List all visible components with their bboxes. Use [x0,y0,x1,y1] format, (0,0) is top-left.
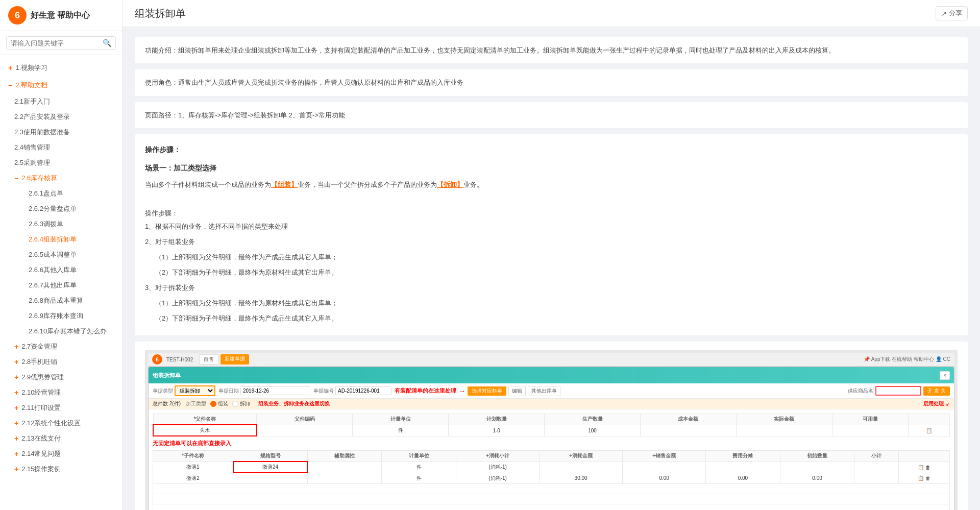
sidebar-item-265[interactable]: 2.6.5成本调整单 [29,247,122,262]
sidebar-item-261[interactable]: 2.6.1盘点单 [29,186,122,201]
radio-assemble-dot [210,401,216,407]
sidebar-item-266[interactable]: 2.6.6其他入库单 [29,262,122,278]
content-area: 功能介绍：组装拆卸单用来处理企业组装或拆卸等加工业务，支持有固定装配清单的产品加… [122,27,980,510]
sidebar-label-266: 2.6.6其他入库单 [29,265,77,275]
sidebar-label-27: 2.7资金管理 [21,342,57,351]
mock-win-close-btn[interactable]: × [940,371,950,380]
sidebar-item-263[interactable]: 2.6.3调拨单 [29,216,122,232]
share-label: 分享 [949,9,962,18]
cell-init-1 [780,462,854,473]
col-prod-qty: 生产数量 [545,414,641,425]
cell-consumeamt-1 [540,462,623,473]
edit-btn[interactable]: 编辑 [508,386,526,396]
mock-tab-new[interactable]: 新建单据 [220,354,249,365]
sidebar-item-docs[interactable]: − 2.帮助文档 [0,77,122,94]
cell-aux-2 [307,473,382,483]
mock-tab-self[interactable]: 自售 [199,354,218,365]
type-selector-area: 单据类型 组装拆卸 [153,385,215,396]
sidebar-label-23: 2.3使用前数据准备 [14,128,70,137]
select-recipe-btn[interactable]: 选择对应料单 [468,386,506,396]
sidebar-item-27[interactable]: + 2.7资金管理 [14,339,122,354]
search-icon[interactable]: 🔍 [103,39,111,47]
step2a: （1）上部明细为父件明细，最终作为产成品生成其它入库单； [145,251,958,264]
sidebar-item-23[interactable]: 2.3使用前数据准备 [14,125,122,140]
sidebar-label-212: 2.12系统个性化设置 [21,419,81,428]
sidebar-item-28[interactable]: + 2.8手机旺铺 [14,354,122,370]
supplier-input[interactable] [875,386,921,396]
cell-sunit-2: 件 [382,473,456,483]
sidebar-label-264: 2.6.4组装拆卸单 [29,235,77,244]
num-input[interactable] [335,386,391,395]
search-box: 🔍 [6,36,116,50]
cell-consumeamt-2: 30.00 [540,473,623,483]
sidebar-item-267[interactable]: 2.6.7其他出库单 [29,278,122,293]
share-button[interactable]: ↗ 分享 [936,6,968,20]
cell-spec-1[interactable]: 微薄24 [233,462,308,473]
main-area: 组装拆卸单 ↗ 分享 功能介绍：组装拆卸单用来处理企业组装或拆卸等加工业务，支持… [122,0,980,510]
cell-consume-2: (消耗-1) [456,473,540,483]
cell-fee-1 [706,462,780,473]
cell-init-2: 0.00 [780,473,854,483]
supplier-label: 供应商品名 [848,387,873,395]
col-parent-code: 父件编码 [257,414,353,425]
sidebar-item-213[interactable]: + 2.13在线支付 [14,431,122,446]
date-field: 单据日期 [218,386,310,395]
search-area: 🔍 [0,31,122,55]
link-disassemble[interactable]: 【拆卸】 [437,181,463,188]
cell-sname-2[interactable]: 微薄2 [153,473,233,483]
info-text-3: 页面路径：1、库存核算->库存管理->组装拆卸单 2、首页->常用功能 [145,111,345,119]
plus-icon-27: + [14,343,18,351]
radio-assemble-label: 组装 [218,400,228,407]
link-assemble[interactable]: 【组装】 [271,181,298,188]
sidebar-item-29[interactable]: + 2.9优惠券管理 [14,370,122,385]
cell-sname-1[interactable]: 微薄1 [153,462,233,473]
radio-assemble[interactable]: 组装 [210,400,228,407]
sidebar-item-268[interactable]: 2.6.8商品成本重算 [29,293,122,308]
sidebar-item-210[interactable]: + 2.10经营管理 [14,385,122,400]
info-text-1: 功能介绍：组装拆卸单用来处理企业组装或拆卸等加工业务，支持有固定装配清单的产品加… [145,46,835,54]
cell-prodqty: 100 [545,425,641,436]
cell-pname[interactable]: 关水 [153,425,257,436]
cell-salesamt-1 [623,462,706,473]
cell-act-1: 📋 🗑 [898,462,949,473]
cell-costamt [641,425,737,436]
sidebar-item-214[interactable]: + 2.14常见问题 [14,446,122,462]
date-input[interactable] [240,386,310,395]
sidebar-label-26: 2.6库存核算 [21,174,57,183]
radio-disassemble-label: 拆卸 [240,400,250,407]
sidebar-item-262[interactable]: 2.6.2分量盘点单 [29,201,122,216]
search-input[interactable] [11,39,103,47]
sidebar-item-211[interactable]: + 2.11打印设置 [14,400,122,416]
cell-sub-1 [854,462,898,473]
mock-top-icons: 📌 App下载 在线帮助 帮助中心 👤 CC [864,356,950,363]
confirm-btn[interactable]: 开 发 关 [923,386,950,396]
sidebar-item-25[interactable]: 2.5采购管理 [14,155,122,171]
sidebar-item-22[interactable]: 2.2产品安装及登录 [14,109,122,125]
supplier-search-area: 供应商品名 开 发 关 [848,386,950,396]
radio-disassemble[interactable]: 拆卸 [232,400,250,407]
sidebar-item-video-label: 1.视频学习 [15,63,47,72]
sidebar-item-264[interactable]: 2.6.4组装拆卸单 [29,232,122,247]
col-action-l [898,451,949,462]
col-sales-amt: +销售金额 [623,451,706,462]
sidebar-item-2610[interactable]: 2.6.10库存账本错了怎么办 [29,324,122,339]
info-text-2: 使用角色：通常由生产人员或库管人员完成折装业务的操作，库管人员确认原材料的出库和… [145,79,463,86]
sidebar-item-269[interactable]: 2.6.9库存账本查询 [29,308,122,324]
sidebar-item-215[interactable]: + 2.15操作案例 [14,462,122,477]
cell-sunit-1: 件 [382,462,456,473]
other-btn[interactable]: 其他出库单 [528,386,560,396]
sidebar-label-2610: 2.6.10库存账本错了怎么办 [29,327,107,336]
col-sub-unit: 计量单位 [382,451,456,462]
info-block-1: 功能介绍：组装拆卸单用来处理企业组装或拆卸等加工业务，支持有固定装配清单的产品加… [135,37,968,63]
table-row-lower-5 [153,504,950,510]
sidebar-item-212[interactable]: + 2.12系统个性化设置 [14,416,122,431]
doc-type-select[interactable]: 组装拆卸 [175,385,215,396]
sidebar-item-21[interactable]: 2.1新手入门 [14,94,122,109]
sidebar-item-video[interactable]: + 1.视频学习 [0,59,122,77]
sidebar-label-28: 2.8手机旺铺 [21,357,57,367]
radio-disassemble-dot [232,401,238,407]
sidebar-item-26[interactable]: − 2.6库存核算 [14,171,122,186]
sidebar-item-24[interactable]: 2.4销售管理 [14,140,122,155]
col-cost-amt: 成本金额 [641,414,737,425]
sidebar-label-215: 2.15操作案例 [21,465,61,474]
